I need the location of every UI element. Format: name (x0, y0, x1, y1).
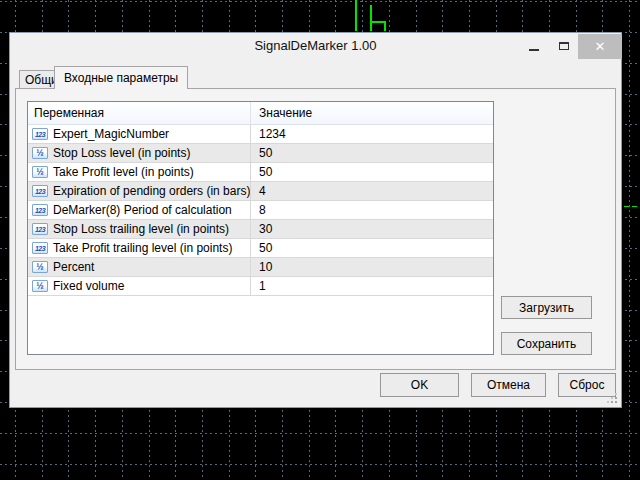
param-name: Expert_MagicNumber (53, 127, 169, 141)
parameters-table: Переменная Значение 123 Expert_MagicNumb… (27, 101, 494, 355)
double-parameter-icon: ½ (32, 166, 48, 178)
param-name: Take Profit trailing level (in points) (53, 241, 232, 255)
param-name: DeMarker(8) Period of calculation (53, 203, 232, 217)
close-icon: ✕ (595, 39, 606, 54)
tab-inputs-label: Входные параметры (64, 71, 178, 85)
int-parameter-icon: 123 (32, 128, 48, 140)
table-row[interactable]: ½ Percent 10 (28, 258, 493, 277)
double-parameter-icon: ½ (32, 147, 48, 159)
param-value-cell[interactable]: 4 (251, 182, 493, 200)
param-name: Fixed volume (53, 279, 124, 293)
expert-properties-dialog: SignalDeMarker 1.00 ✕ Общие Входные пара… (9, 32, 622, 408)
close-button[interactable]: ✕ (578, 34, 622, 59)
table-row[interactable]: 123 Expiration of pending orders (in bar… (28, 182, 493, 201)
param-name-cell: ½ Take Profit level (in points) (28, 163, 251, 181)
param-name: Expiration of pending orders (in bars) (53, 184, 250, 198)
int-parameter-icon: 123 (32, 185, 48, 197)
minimize-button[interactable] (520, 33, 548, 58)
save-button[interactable]: Сохранить (501, 332, 592, 355)
param-name: Take Profit level (in points) (53, 165, 194, 179)
resize-grip[interactable] (607, 393, 617, 403)
table-row[interactable]: 123 Expert_MagicNumber 1234 (28, 125, 493, 144)
param-name: Stop Loss level (in points) (53, 146, 190, 160)
maximize-button[interactable] (550, 33, 578, 58)
ok-button[interactable]: OK (380, 373, 459, 397)
inputs-tab-page: Переменная Значение 123 Expert_MagicNumb… (15, 88, 616, 370)
maximize-icon (559, 42, 569, 50)
minimize-icon (529, 49, 539, 51)
param-name-cell: 123 Take Profit trailing level (in point… (28, 239, 251, 257)
dialog-titlebar[interactable]: SignalDeMarker 1.00 ✕ (10, 33, 621, 59)
param-value-cell[interactable]: 30 (251, 220, 493, 238)
param-name: Stop Loss trailing level (in points) (53, 222, 229, 236)
table-row[interactable]: 123 Stop Loss trailing level (in points)… (28, 220, 493, 239)
int-parameter-icon: 123 (32, 223, 48, 235)
table-row[interactable]: ½ Take Profit level (in points) 50 (28, 163, 493, 182)
column-header-value: Значение (251, 102, 493, 124)
column-header-variable: Переменная (28, 102, 251, 124)
param-value-cell[interactable]: 1234 (251, 125, 493, 143)
load-button[interactable]: Загрузить (501, 296, 592, 319)
table-header: Переменная Значение (28, 102, 493, 125)
param-value-cell[interactable]: 50 (251, 239, 493, 257)
table-row[interactable]: 123 Take Profit trailing level (in point… (28, 239, 493, 258)
metatrader-chart-screen: SignalDeMarker 1.00 ✕ Общие Входные пара… (0, 0, 640, 480)
param-name-cell: 123 Stop Loss trailing level (in points) (28, 220, 251, 238)
param-name-cell: ½ Fixed volume (28, 277, 251, 295)
tab-inputs[interactable]: Входные параметры (54, 66, 188, 89)
param-value-cell[interactable]: 8 (251, 201, 493, 219)
param-name-cell: 123 DeMarker(8) Period of calculation (28, 201, 251, 219)
param-name-cell: ½ Stop Loss level (in points) (28, 144, 251, 162)
table-row[interactable]: 123 DeMarker(8) Period of calculation 8 (28, 201, 493, 220)
param-name: Percent (53, 260, 94, 274)
param-value-cell[interactable]: 10 (251, 258, 493, 276)
param-value-cell[interactable]: 50 (251, 163, 493, 181)
cancel-button[interactable]: Отмена (471, 373, 546, 397)
param-name-cell: ½ Percent (28, 258, 251, 276)
int-parameter-icon: 123 (32, 242, 48, 254)
param-table-body: 123 Expert_MagicNumber 1234 ½ Stop Loss … (28, 125, 493, 296)
param-name-cell: 123 Expert_MagicNumber (28, 125, 251, 143)
double-parameter-icon: ½ (32, 280, 48, 292)
int-parameter-icon: 123 (32, 204, 48, 216)
param-value-cell[interactable]: 50 (251, 144, 493, 162)
table-row[interactable]: ½ Fixed volume 1 (28, 277, 493, 296)
param-value-cell[interactable]: 1 (251, 277, 493, 295)
double-parameter-icon: ½ (32, 261, 48, 273)
param-name-cell: 123 Expiration of pending orders (in bar… (28, 182, 251, 200)
table-row[interactable]: ½ Stop Loss level (in points) 50 (28, 144, 493, 163)
